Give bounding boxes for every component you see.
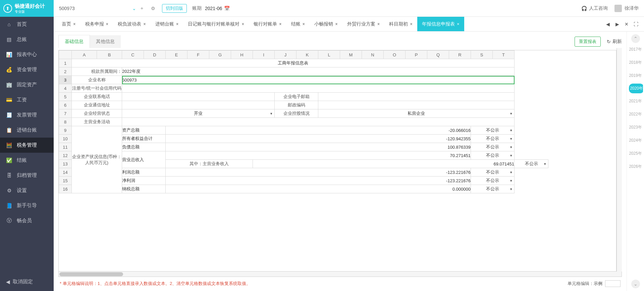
col-F[interactable]: F	[187, 51, 209, 59]
select-all-corner[interactable]	[59, 51, 72, 59]
sidebar-item-9[interactable]: ✅结账	[0, 153, 54, 168]
sidebar-item-1[interactable]: ▤总账	[0, 32, 54, 47]
scrollbar-thumb[interactable]	[59, 272, 123, 276]
col-Q[interactable]: Q	[427, 51, 449, 59]
col-O[interactable]: O	[384, 51, 406, 59]
unpin-button[interactable]: ◀ 取消固定	[0, 273, 54, 291]
period-value-cell[interactable]: 2022年度	[122, 67, 515, 76]
company-name-cell[interactable]: 500973	[122, 76, 515, 84]
close-icon[interactable]: ×	[303, 21, 305, 27]
row-head-5[interactable]: 5	[59, 93, 72, 101]
fin-publish-10[interactable]: 不公示	[471, 135, 515, 143]
old-version-button[interactable]: 切到旧版	[162, 4, 187, 13]
fin-publish-16[interactable]: 不公示	[471, 185, 515, 193]
company-selector[interactable]: 500973 ⌄	[59, 6, 136, 11]
sidebar-item-2[interactable]: 📊报表中心	[0, 47, 54, 62]
close-icon[interactable]: ×	[279, 21, 282, 27]
tab-6[interactable]: 结账×	[286, 17, 310, 31]
close-icon[interactable]: ×	[377, 21, 380, 27]
col-C[interactable]: C	[122, 51, 144, 59]
fin-publish-13[interactable]: 不公示	[515, 160, 548, 168]
tab-9[interactable]: 科目期初×	[384, 17, 417, 31]
phone-cell[interactable]	[122, 93, 275, 101]
row-head-15[interactable]: 15	[59, 177, 72, 185]
sidebar-item-4[interactable]: 🏢固定资产	[0, 77, 54, 92]
reg-code-cell[interactable]	[122, 84, 515, 93]
fin-value-10[interactable]: -120.942355	[166, 135, 471, 143]
col-S[interactable]: S	[471, 51, 493, 59]
col-R[interactable]: R	[449, 51, 471, 59]
fin-publish-15[interactable]: 不公示	[471, 177, 515, 185]
fullscreen-icon[interactable]: ⛶	[631, 21, 641, 27]
col-I[interactable]: I	[253, 51, 275, 59]
holding-select[interactable]: 私营企业	[318, 109, 515, 118]
sidebar-item-11[interactable]: ⚙设置	[0, 183, 54, 198]
fin-publish-9[interactable]: 不公示	[471, 126, 515, 135]
sidebar-item-13[interactable]: Ⓥ畅会员	[0, 213, 54, 228]
row-head-12[interactable]: 12	[59, 151, 72, 160]
year-2020年[interactable]: 2020年	[629, 84, 643, 93]
year-2023年[interactable]: 2023年	[628, 121, 643, 134]
spreadsheet[interactable]: ABCDEFGHIJKLMNOPQRST 1工商年报信息表2税款所属期间：202…	[58, 50, 616, 272]
fin-value-13[interactable]: 69.071451	[253, 160, 515, 168]
row-head-14[interactable]: 14	[59, 168, 72, 177]
email-cell[interactable]	[318, 93, 515, 101]
col-H[interactable]: H	[231, 51, 253, 59]
year-next-button[interactable]: ⌄	[631, 280, 640, 288]
row-head-1[interactable]: 1	[59, 59, 72, 67]
sidebar-item-8[interactable]: 🧮税务管理	[0, 138, 54, 153]
sidebar-item-0[interactable]: ⌂首页	[0, 17, 54, 32]
year-2019年[interactable]: 2019年	[628, 69, 643, 82]
col-D[interactable]: D	[144, 51, 166, 59]
year-prev-button[interactable]: ⌃	[631, 34, 640, 43]
year-2026年[interactable]: 2026年	[628, 160, 643, 173]
refresh-button[interactable]: ↻ 刷新	[607, 39, 622, 45]
col-J[interactable]: J	[275, 51, 297, 59]
col-P[interactable]: P	[406, 51, 427, 59]
fin-publish-14[interactable]: 不公示	[471, 168, 515, 177]
row-head-2[interactable]: 2	[59, 67, 72, 76]
postcode-cell[interactable]	[318, 101, 515, 109]
year-2024年[interactable]: 2024年	[628, 134, 643, 147]
year-2017年[interactable]: 2017年	[628, 43, 643, 56]
col-T[interactable]: T	[493, 51, 515, 59]
horizontal-scrollbar[interactable]	[58, 272, 622, 277]
close-icon[interactable]: ×	[143, 21, 146, 27]
year-2021年[interactable]: 2021年	[628, 95, 643, 108]
year-2022年[interactable]: 2022年	[628, 108, 643, 121]
status-select[interactable]: 开业	[122, 109, 275, 118]
add-icon[interactable]: ＋	[140, 5, 144, 11]
fin-value-12[interactable]: 70.271451	[166, 151, 471, 160]
sidebar-item-10[interactable]: 🗄归档管理	[0, 168, 54, 183]
tab-8[interactable]: 外贸行业方案×	[342, 17, 385, 31]
tabs-close-button[interactable]: ✕	[622, 21, 631, 27]
close-icon[interactable]: ×	[241, 21, 244, 27]
year-2025年[interactable]: 2025年	[628, 147, 643, 160]
row-head-6[interactable]: 6	[59, 101, 72, 109]
row-head-16[interactable]: 16	[59, 185, 72, 193]
consult-button[interactable]: 🎧 人工咨询	[581, 5, 608, 11]
sidebar-item-7[interactable]: 📋进销台账	[0, 123, 54, 138]
col-A[interactable]: A	[72, 51, 97, 59]
tab-1[interactable]: 税务申报×	[80, 17, 113, 31]
fin-value-15[interactable]: -123.221676	[166, 177, 471, 185]
tab-5[interactable]: 银行对账单×	[249, 17, 286, 31]
col-B[interactable]: B	[97, 51, 122, 59]
subtab-basic[interactable]: 基础信息	[58, 35, 90, 48]
fin-value-14[interactable]: -123.221676	[166, 168, 471, 177]
calendar-icon[interactable]: 📅	[224, 6, 230, 11]
row-head-11[interactable]: 11	[59, 143, 72, 151]
fin-value-9[interactable]: -20.066016	[166, 126, 471, 135]
subtab-other[interactable]: 其他信息	[90, 35, 121, 48]
col-M[interactable]: M	[340, 51, 362, 59]
row-head-9[interactable]: 9	[59, 126, 72, 135]
user-menu[interactable]: 徐泽华	[614, 5, 639, 12]
sidebar-item-6[interactable]: 🧾发票管理	[0, 107, 54, 123]
row-head-4[interactable]: 4	[59, 84, 72, 93]
row-head-8[interactable]: 8	[59, 118, 72, 126]
close-icon[interactable]: ×	[335, 21, 338, 27]
close-icon[interactable]: ×	[73, 21, 76, 27]
vertical-scrollbar[interactable]	[616, 48, 622, 272]
col-L[interactable]: L	[318, 51, 340, 59]
fin-value-11[interactable]: 100.876339	[166, 143, 471, 151]
